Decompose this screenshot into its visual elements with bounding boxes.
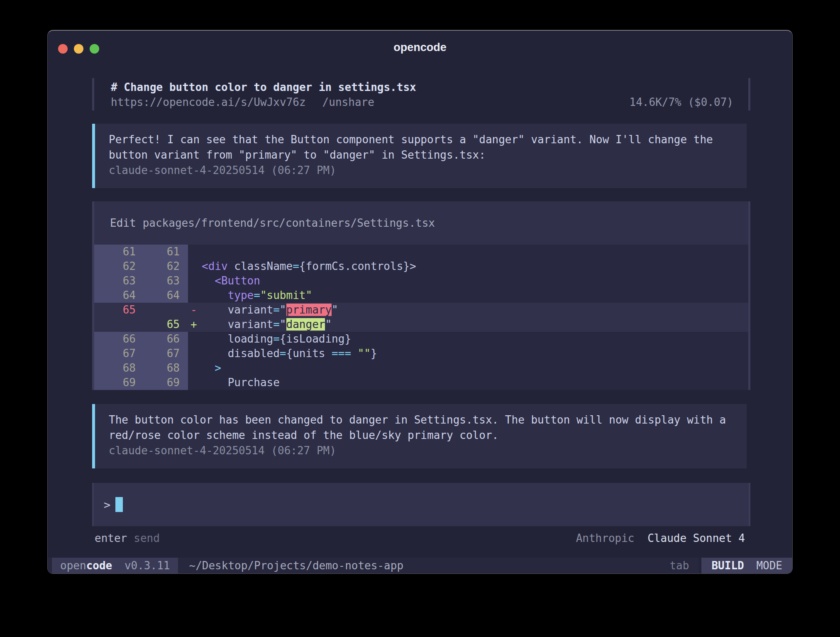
session-content: # Change button color to danger in setti…	[48, 78, 792, 545]
enter-key-hint: enter	[95, 531, 127, 545]
edit-tool-action: Edit	[110, 217, 136, 229]
input-hints-row: enter send Anthropic Claude Sonnet 4	[92, 531, 750, 545]
brand-suffix: code	[86, 559, 112, 572]
mode-label: MODE	[756, 559, 782, 572]
unshare-link[interactable]: /unshare	[322, 95, 374, 110]
share-url[interactable]: https://opencode.ai/s/UwJxv76z	[111, 95, 306, 110]
token-cost-stats: 14.6K/7% ($0.07)	[630, 95, 733, 110]
close-window-icon[interactable]	[58, 44, 68, 54]
app-version: v0.3.11	[125, 559, 170, 572]
diff-row: 65+ variant="danger"	[94, 317, 748, 332]
edit-tool-header: Edit packages/frontend/src/containers/Se…	[94, 201, 748, 245]
diff-row: 6767 disabled={units === ""}	[94, 346, 748, 361]
send-hint-label: send	[134, 531, 160, 545]
diff-row: 6161	[94, 245, 748, 259]
diff-row: 65- variant="primary"	[94, 303, 748, 317]
diff-row: 6969 Purchase	[94, 375, 748, 390]
assistant-message: The button color has been changed to dan…	[92, 404, 747, 468]
message-meta: claude-sonnet-4-20250514 (06:27 PM)	[109, 163, 732, 178]
prompt-caret: >	[104, 498, 110, 511]
diff-row: 6363 <Button	[94, 274, 748, 288]
status-bar: opencode v0.3.11 ~/Desktop/Projects/demo…	[48, 558, 792, 573]
minimize-window-icon[interactable]	[74, 44, 83, 54]
mode-toggle[interactable]: BUILD MODE	[699, 558, 792, 573]
text-cursor	[115, 497, 123, 512]
working-directory: ~/Desktop/Projects/demo-notes-app	[189, 558, 403, 573]
edit-tool-card: Edit packages/frontend/src/containers/Se…	[92, 201, 750, 390]
title-bar: opencode	[48, 31, 792, 64]
message-text: The button color has been changed to dan…	[109, 412, 732, 443]
message-text: Perfect! I can see that the Button compo…	[109, 132, 732, 163]
diff-body: 61616262<div className={formCs.controls}…	[94, 245, 748, 390]
window-title: opencode	[393, 41, 447, 54]
zoom-window-icon[interactable]	[90, 44, 99, 54]
diff-row: 6666 loading={isLoading}	[94, 332, 748, 346]
message-meta: claude-sonnet-4-20250514 (06:27 PM)	[109, 443, 732, 458]
session-header: # Change button color to danger in setti…	[92, 78, 750, 110]
diff-row: 6464 type="submit"	[94, 288, 748, 303]
diff-row: 6262<div className={formCs.controls}>	[94, 259, 748, 274]
brand-prefix: open	[60, 559, 86, 572]
traffic-lights	[58, 44, 99, 54]
diff-row: 6868 >	[94, 361, 748, 375]
app-version-segment: opencode v0.3.11	[52, 558, 178, 573]
prompt-input[interactable]: >	[92, 483, 750, 526]
mode-name: BUILD	[711, 559, 744, 572]
edit-tool-filepath: packages/frontend/src/containers/Setting…	[143, 217, 435, 229]
tab-key-hint: tab	[669, 558, 689, 573]
session-title: # Change button color to danger in setti…	[111, 80, 416, 95]
model-label[interactable]: Claude Sonnet 4	[647, 532, 745, 544]
assistant-message: Perfect! I can see that the Button compo…	[92, 124, 747, 188]
provider-label: Anthropic	[576, 532, 635, 544]
opencode-window: opencode # Change button color to danger…	[47, 30, 793, 574]
